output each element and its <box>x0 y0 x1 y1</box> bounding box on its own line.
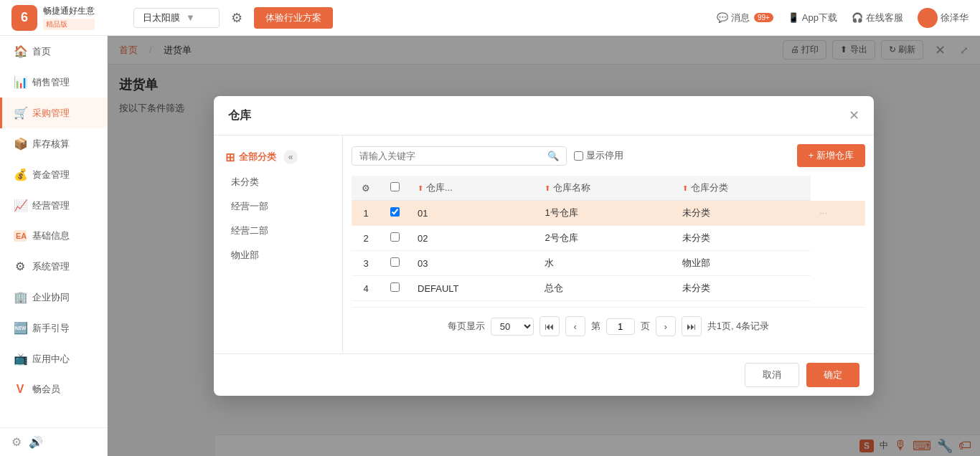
page-size-select[interactable]: 50 100 200 <box>491 318 534 336</box>
th-code[interactable]: ⬆仓库... <box>409 176 536 201</box>
cell-no: 4 <box>352 276 380 301</box>
page-size-label: 每页显示 <box>448 320 485 333</box>
modal-header: 仓库 ✕ <box>214 96 874 136</box>
sort-icon-name: ⬆ <box>545 184 550 192</box>
store-name: 日太阳膜 <box>143 11 180 24</box>
cell-no: 1 <box>352 201 380 226</box>
sidebar-label-appcenter: 应用中心 <box>32 353 70 366</box>
table-row[interactable]: 2 02 2号仓库 未分类 <box>352 226 865 251</box>
cancel-button[interactable]: 取消 <box>745 363 799 387</box>
app-download-item[interactable]: 📱 App下载 <box>788 11 837 24</box>
th-settings[interactable]: ⚙ <box>352 176 380 201</box>
collapse-button[interactable]: « <box>283 150 298 164</box>
page-number-input[interactable] <box>606 318 635 335</box>
last-page-btn[interactable]: ⏭ <box>682 316 702 336</box>
sidebar-item-sales[interactable]: 📊 销售管理 <box>0 67 107 98</box>
sidebar-item-system[interactable]: ⚙ 系统管理 <box>0 251 107 282</box>
row-checkbox[interactable] <box>390 257 400 267</box>
show-disabled-text: 显示停用 <box>586 149 623 162</box>
sidebar-label-purchase: 采购管理 <box>32 107 70 120</box>
category-item-unclassified[interactable]: 未分类 <box>214 170 342 194</box>
show-disabled-label[interactable]: 显示停用 <box>574 149 623 162</box>
table-row[interactable]: 1 01 1号仓库 未分类 ··· <box>352 201 865 226</box>
logo-tag: 精品版 <box>43 19 95 30</box>
message-item[interactable]: 💬 消息 99+ <box>717 11 773 24</box>
sidebar-item-inventory[interactable]: 📦 库存核算 <box>0 128 107 159</box>
page-label: 第 <box>591 320 600 333</box>
bottom-speaker-icon[interactable]: 🔊 <box>29 435 43 449</box>
first-page-btn[interactable]: ⏮ <box>540 316 560 336</box>
sidebar-item-enterprise[interactable]: 🏢 企业协同 <box>0 282 107 313</box>
sidebar-item-finance[interactable]: 💰 资金管理 <box>0 159 107 190</box>
cell-checkbox[interactable] <box>380 226 409 251</box>
confirm-button[interactable]: 确定 <box>806 363 859 387</box>
sidebar-item-vip[interactable]: V 畅会员 <box>0 374 107 404</box>
online-service-label: 在线客服 <box>866 11 903 24</box>
show-disabled-checkbox[interactable] <box>574 151 583 161</box>
row-checkbox[interactable] <box>390 207 400 217</box>
app-download-label: App下载 <box>802 11 837 24</box>
logo-name: 畅捷通好生意 <box>43 5 95 17</box>
cell-code: 01 <box>409 201 536 226</box>
cell-name: 总仓 <box>536 276 673 301</box>
more-actions-icon[interactable]: ··· <box>819 207 827 218</box>
username-label: 徐泽华 <box>941 11 969 24</box>
modal-title: 仓库 <box>228 108 251 123</box>
modal-close-icon[interactable]: ✕ <box>849 108 859 123</box>
row-checkbox[interactable] <box>390 232 400 242</box>
sidebar-label-sales: 销售管理 <box>32 76 70 89</box>
category-item-ops1[interactable]: 经营一部 <box>214 194 342 219</box>
cell-actions[interactable]: ··· <box>811 201 865 226</box>
th-category[interactable]: ⬆仓库分类 <box>674 176 811 201</box>
prev-page-btn[interactable]: ‹ <box>565 316 585 336</box>
add-warehouse-button[interactable]: + 新增仓库 <box>797 144 865 167</box>
sidebar-item-operations[interactable]: 📈 经营管理 <box>0 190 107 221</box>
search-icon[interactable]: 🔍 <box>547 151 559 161</box>
category-all-label: 全部分类 <box>239 151 276 163</box>
sidebar-item-guide[interactable]: 🆕 新手引导 <box>0 313 107 343</box>
cell-code: DEFAULT <box>409 276 536 301</box>
sidebar-item-basic[interactable]: EA 基础信息 <box>0 221 107 251</box>
row-checkbox[interactable] <box>390 282 400 292</box>
online-service-item[interactable]: 🎧 在线客服 <box>852 11 903 24</box>
column-settings-icon[interactable]: ⚙ <box>362 183 370 194</box>
guide-icon: 🆕 <box>14 321 27 335</box>
modal-overlay: 仓库 ✕ ⊞ 全部分类 « 未分类 经营一部 经营二部 <box>108 36 980 456</box>
bottom-settings-icon[interactable]: ⚙ <box>11 435 22 449</box>
cell-code: 03 <box>409 251 536 276</box>
cell-code: 02 <box>409 226 536 251</box>
cell-name: 2号仓库 <box>536 226 673 251</box>
category-all[interactable]: ⊞ 全部分类 « <box>214 144 342 170</box>
trial-button[interactable]: 体验行业方案 <box>254 7 333 29</box>
table-row[interactable]: 3 03 水 物业部 <box>352 251 865 276</box>
top-header: 6 畅捷通好生意 精品版 日太阳膜 ▼ ⚙ 体验行业方案 💬 消息 99+ 📱 … <box>0 0 980 36</box>
settings-icon[interactable]: ⚙ <box>231 10 242 26</box>
home-icon: 🏠 <box>14 44 27 58</box>
modal-footer: 取消 确定 <box>214 353 874 396</box>
sidebar-item-purchase[interactable]: 🛒 采购管理 <box>0 98 107 128</box>
store-selector[interactable]: 日太阳膜 ▼ <box>133 8 220 28</box>
category-item-ops2[interactable]: 经营二部 <box>214 219 342 243</box>
headset-icon: 🎧 <box>852 12 863 23</box>
th-name[interactable]: ⬆仓库名称 <box>536 176 673 201</box>
search-input[interactable] <box>359 151 545 161</box>
sidebar-label-vip: 畅会员 <box>32 383 60 396</box>
user-profile[interactable]: 徐泽华 <box>918 8 969 28</box>
th-checkbox <box>380 176 409 201</box>
table-row[interactable]: 4 DEFAULT 总仓 未分类 <box>352 276 865 301</box>
sidebar-label-operations: 经营管理 <box>32 199 70 212</box>
sidebar-item-appcenter[interactable]: 📺 应用中心 <box>0 343 107 374</box>
enterprise-icon: 🏢 <box>14 290 27 304</box>
header-right: 💬 消息 99+ 📱 App下载 🎧 在线客服 徐泽华 <box>717 8 969 28</box>
table-body: 1 01 1号仓库 未分类 ··· 2 02 2号仓库 未分类 3 03 水 物… <box>352 201 865 301</box>
main-layout: 🏠 首页 📊 销售管理 🛒 采购管理 📦 库存核算 💰 资金管理 📈 经营管理 … <box>0 36 980 456</box>
sidebar-item-home[interactable]: 🏠 首页 <box>0 36 107 67</box>
cell-checkbox[interactable] <box>380 276 409 301</box>
select-all-checkbox[interactable] <box>390 182 400 191</box>
category-item-property[interactable]: 物业部 <box>214 243 342 267</box>
cell-checkbox[interactable] <box>380 251 409 276</box>
sales-icon: 📊 <box>14 75 27 89</box>
next-page-btn[interactable]: › <box>656 316 676 336</box>
cell-checkbox[interactable] <box>380 201 409 226</box>
logo-area: 6 畅捷通好生意 精品版 <box>11 5 119 31</box>
